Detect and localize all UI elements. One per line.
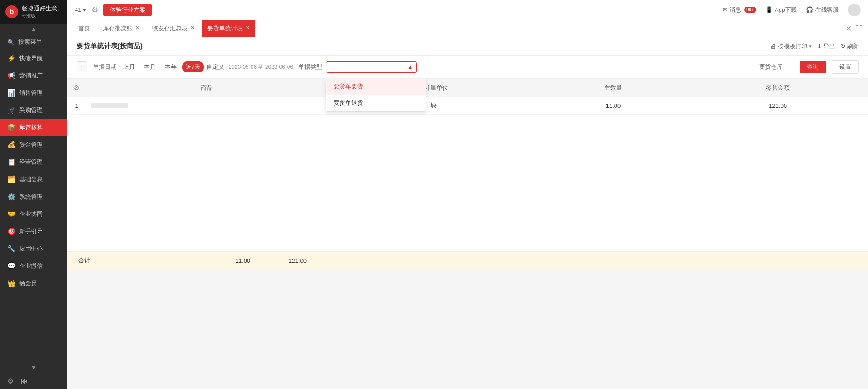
table-gear-icon[interactable]: ⚙ — [73, 84, 80, 92]
tab-order-stats[interactable]: 要货单统计表 ✕ — [202, 20, 255, 37]
close-all-icon[interactable]: ✕ — [846, 24, 852, 33]
tab-close-icon[interactable]: ✕ — [190, 25, 195, 31]
company-name: 畅捷通好生意 — [22, 5, 57, 13]
type-filter-group: 单据类型 ▲ 要货单要货 要货单退货 — [298, 61, 754, 73]
sidebar-item-search[interactable]: 🔍 搜索菜单 — [0, 34, 67, 50]
tab-inventory-batch[interactable]: 库存批次账 ✕ — [98, 20, 145, 37]
date-btn-this-year[interactable]: 本年 — [161, 61, 180, 72]
tab-home[interactable]: 首页 — [73, 20, 96, 37]
messages-btn[interactable]: ✉ 消息 99+ — [723, 6, 756, 14]
tab-summary[interactable]: 收发存汇总表 ✕ — [147, 20, 200, 37]
user-avatar[interactable] — [848, 4, 861, 16]
refresh-btn[interactable]: ↻ 刷新 — [841, 42, 859, 51]
app-download-btn[interactable]: 📱 App下载 — [765, 6, 797, 14]
date-btns: 上月 本月 本年 近7天 — [119, 61, 204, 72]
settings-btn[interactable]: 设置 — [832, 60, 859, 74]
sidebar-logo: b 畅捷通好生意 标准版 — [0, 0, 67, 24]
sidebar-footer: ⚙ ⏮ — [0, 373, 67, 389]
store-count: 41 — [75, 6, 81, 13]
sidebar-item-system[interactable]: ⚙️ 系统管理 — [0, 188, 67, 205]
footer-label: 合计 — [73, 256, 161, 265]
sidebar-item-label: 营销推广 — [19, 72, 43, 80]
table-container: ⚙ 商品 主计量单位 主数量 零售金额 — [67, 79, 868, 115]
type-filter-label: 单据类型 — [298, 63, 322, 71]
sidebar-item-label: 基础信息 — [19, 175, 43, 184]
header-left: 41 ▾ ⚙ 体验行业方案 — [75, 4, 152, 16]
trial-btn[interactable]: 体验行业方案 — [103, 4, 152, 16]
sidebar-item-appstore[interactable]: 🔧 应用中心 — [0, 240, 67, 257]
wechat-icon: 💬 — [7, 262, 15, 270]
app-download-label: App下载 — [775, 6, 797, 14]
collapse-icon[interactable]: ⏮ — [21, 377, 28, 385]
basic-info-icon: 🗂️ — [7, 175, 15, 184]
member-icon: 👑 — [7, 279, 15, 287]
filter-expand-btn[interactable]: › — [77, 61, 87, 72]
purchase-icon: 🛒 — [7, 106, 15, 114]
sidebar-item-operations[interactable]: 📋 经营管理 — [0, 154, 67, 171]
online-service-label: 在线客服 — [815, 6, 839, 14]
date-custom-btn[interactable]: 自定义 — [206, 63, 224, 71]
phone-icon: 📱 — [765, 6, 773, 13]
messages-badge: 99+ — [744, 7, 756, 13]
sidebar-item-purchase[interactable]: 🛒 采购管理 — [0, 102, 67, 119]
sidebar-item-label: 资金管理 — [19, 141, 43, 149]
sidebar-item-label: 快捷导航 — [19, 54, 43, 62]
edition-label: 标准版 — [22, 13, 57, 19]
tab-label: 库存批次账 — [103, 24, 133, 32]
date-filter-label: 单据日期 — [93, 63, 117, 71]
page-header-actions: 🖨 按模板打印 ▾ ⬇ 导出 ↻ 刷新 — [770, 42, 859, 51]
sidebar-item-label: 新手引导 — [19, 227, 43, 235]
scroll-up-btn[interactable]: ▲ — [0, 24, 67, 34]
sidebar-item-enterprise[interactable]: 🤝 企业协同 — [0, 205, 67, 223]
sidebar-item-label: 企业协同 — [19, 210, 43, 218]
logo-text: 畅捷通好生意 标准版 — [22, 5, 57, 19]
date-btn-last-month[interactable]: 上月 — [119, 61, 139, 72]
scroll-down-btn[interactable]: ▼ — [0, 362, 67, 373]
message-icon: ✉ — [723, 6, 728, 13]
dropdown-option-0[interactable]: 要货单要货 — [326, 78, 426, 95]
sidebar-item-inventory[interactable]: 📦 库存核算 — [0, 119, 67, 136]
sidebar-item-basic-info[interactable]: 🗂️ 基础信息 — [0, 171, 67, 188]
sidebar-item-member[interactable]: 👑 畅会员 — [0, 275, 67, 292]
sidebar-item-wechat[interactable]: 💬 企业微信 — [0, 257, 67, 275]
header-settings-icon[interactable]: ⚙ — [92, 5, 98, 14]
page-header: 要货单统计表(按商品) 🖨 按模板打印 ▾ ⬇ 导出 ↻ 刷新 — [67, 37, 868, 56]
tab-close-icon[interactable]: ✕ — [135, 25, 139, 31]
online-service-btn[interactable]: 🎧 在线客服 — [806, 6, 839, 14]
date-btn-this-month[interactable]: 本月 — [140, 61, 159, 72]
inventory-icon: 📦 — [7, 123, 15, 132]
sidebar-item-quicknav[interactable]: ⚡ 快捷导航 — [0, 50, 67, 67]
table-col-settings: ⚙ — [67, 79, 86, 97]
type-dropdown-arrow[interactable]: ▲ — [407, 63, 413, 71]
query-btn[interactable]: 查询 — [800, 61, 826, 73]
tab-bar: 首页 库存批次账 ✕ 收发存汇总表 ✕ 要货单统计表 ✕ ✕ ⛶ — [67, 20, 868, 37]
guide-icon: 🎯 — [7, 227, 15, 235]
settings-gear-icon[interactable]: ⚙ — [7, 377, 14, 385]
sidebar-item-guide[interactable]: 🎯 新手引导 — [0, 223, 67, 240]
store-selector[interactable]: 41 ▾ — [75, 6, 86, 13]
sidebar-item-sales[interactable]: 📊 销售管理 — [0, 84, 67, 102]
warehouse-filter-label: 要货仓库 — [759, 63, 783, 71]
appstore-icon: 🔧 — [7, 245, 15, 253]
print-dropdown-icon[interactable]: ▾ — [809, 43, 812, 49]
sidebar-item-marketing[interactable]: 📢 营销推广 — [0, 67, 67, 84]
date-btn-recent7[interactable]: 近7天 — [182, 61, 204, 72]
table-row: 1 块 11.00 — [67, 97, 868, 115]
sidebar-item-label: 系统管理 — [19, 193, 43, 201]
tab-close-icon[interactable]: ✕ — [246, 25, 250, 31]
table-header: ⚙ 商品 主计量单位 主数量 零售金额 — [67, 79, 868, 97]
row-amount: 121.00 — [688, 97, 868, 115]
dropdown-option-1[interactable]: 要货单退货 — [326, 95, 426, 111]
warehouse-more-btn[interactable]: ··· — [785, 63, 791, 71]
type-filter-input[interactable] — [326, 61, 417, 73]
filter-bar: › 单据日期 上月 本月 本年 近7天 自定义 2023-05-06 至 202… — [67, 56, 868, 79]
tab-label: 要货单统计表 — [207, 24, 243, 32]
sidebar-item-finance[interactable]: 💰 资金管理 — [0, 136, 67, 154]
sidebar-item-label: 库存核算 — [19, 123, 43, 132]
export-btn[interactable]: ⬇ 导出 — [817, 42, 835, 51]
sidebar-item-label: 销售管理 — [19, 89, 43, 97]
print-btn[interactable]: 🖨 按模板打印 ▾ — [770, 42, 812, 51]
main-area: 41 ▾ ⚙ 体验行业方案 ✉ 消息 99+ 📱 App下载 🎧 在线客服 — [67, 0, 868, 389]
sidebar-item-label: 企业微信 — [19, 262, 43, 270]
expand-tabs-icon[interactable]: ⛶ — [855, 25, 863, 33]
